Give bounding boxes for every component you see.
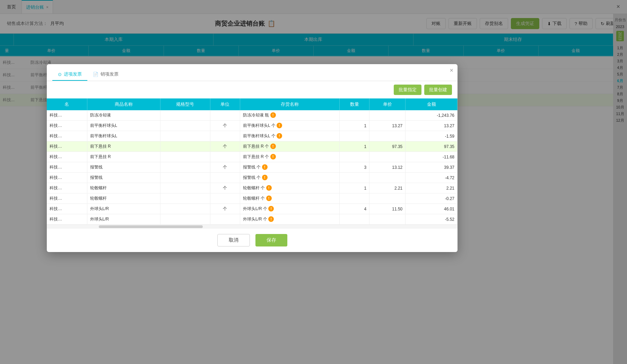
table-row[interactable]: 科技… 报警线 个 报警线 个 ! 3 13.12 39.37: [47, 162, 458, 173]
cell-spec: [160, 214, 210, 225]
cell-product: 前下悬挂 R: [87, 152, 160, 162]
dialog-close-button[interactable]: ×: [450, 67, 453, 74]
cell-unit: 个: [210, 162, 240, 173]
cell-inventory: 报警线 个 !: [240, 162, 339, 173]
table-row[interactable]: 科技… 外球头L/R 个 外球头L/R 个 ! 4 11.50 46.01: [47, 204, 458, 214]
warning-icon: !: [277, 123, 282, 128]
cell-inventory: 报警线 个 !: [240, 173, 339, 183]
cell-quantity: 1: [340, 141, 369, 152]
cell-amount: 39.37: [406, 162, 458, 173]
cell-inventory: 前下悬挂 R 个 !: [240, 152, 339, 162]
cell-spec: [160, 131, 210, 141]
cell-inventory: 外球头L/R 个 !: [240, 214, 339, 225]
cell-spec: [160, 173, 210, 183]
cell-spec: [160, 204, 210, 214]
col-header-unit: 单位: [210, 98, 240, 110]
cell-inventory: 轮毂螺杆 个 !: [240, 183, 339, 193]
cell-spec: [160, 152, 210, 162]
table-row[interactable]: 科技… 前平衡杆球头L 个 前平衡杆球头L 个 ! 1 13.27 13.27: [47, 121, 458, 131]
table-row[interactable]: 科技… 防冻冷却液 防冻冷却液 瓶 ! -1,243.76: [47, 110, 458, 121]
table-row[interactable]: 科技… 外球头L/R 外球头L/R 个 ! -5.52: [47, 214, 458, 225]
cell-quantity: 4: [340, 204, 369, 214]
cell-unit: [210, 152, 240, 162]
cell-quantity: [340, 214, 369, 225]
cell-company: 科技…: [47, 121, 87, 131]
table-row[interactable]: 科技… 前下悬挂 R 个 前下悬挂 R 个 ! 1 97.35 97.35: [47, 141, 458, 152]
col-header-company: 名: [47, 98, 87, 110]
cell-unitprice: 13.27: [369, 121, 406, 131]
batch-assign-button[interactable]: 批量指定: [394, 85, 421, 95]
table-row[interactable]: 科技… 前平衡杆球头L 前平衡杆球头L 个 ! -1.59: [47, 131, 458, 141]
cell-company: 科技…: [47, 162, 87, 173]
cell-unitprice: 97.35: [369, 141, 406, 152]
warning-icon: !: [270, 144, 276, 149]
warning-icon: !: [268, 216, 274, 222]
cell-amount: -1.59: [406, 131, 458, 141]
cell-inventory: 轮毂螺杆 个 !: [240, 193, 339, 204]
horizontal-scrollbar[interactable]: [47, 225, 458, 228]
cell-company: 科技…: [47, 214, 87, 225]
cell-quantity: [340, 193, 369, 204]
col-header-inventory: 存货名称: [240, 98, 339, 110]
cell-amount: -11.68: [406, 152, 458, 162]
cell-amount: -1,243.76: [406, 110, 458, 121]
cell-amount: -5.52: [406, 214, 458, 225]
cell-quantity: [340, 110, 369, 121]
table-row[interactable]: 科技… 报警线 报警线 个 ! -4.72: [47, 173, 458, 183]
tab-sales-invoice[interactable]: 📄 销项发票: [87, 68, 124, 81]
cell-company: 科技…: [47, 141, 87, 152]
cell-quantity: 3: [340, 162, 369, 173]
cell-unitprice: 11.50: [369, 204, 406, 214]
cell-quantity: 1: [340, 121, 369, 131]
cell-inventory: 前平衡杆球头L 个 !: [240, 121, 339, 131]
cell-unitprice: [369, 131, 406, 141]
cell-product: 前下悬挂 R: [87, 141, 160, 152]
cell-company: 科技…: [47, 183, 87, 193]
cell-spec: [160, 183, 210, 193]
warning-icon: !: [277, 133, 282, 139]
col-header-amount: 金额: [406, 98, 458, 110]
cell-company: 科技…: [47, 204, 87, 214]
warning-icon: !: [262, 175, 268, 180]
dialog-toolbar: 批量指定 批量创建: [47, 81, 458, 98]
cell-quantity: 1: [340, 183, 369, 193]
sales-invoice-icon: 📄: [93, 72, 98, 77]
batch-create-button[interactable]: 批量创建: [424, 85, 452, 95]
save-button[interactable]: 保存: [255, 234, 287, 246]
cell-product: 前平衡杆球头L: [87, 121, 160, 131]
cancel-button[interactable]: 取消: [217, 234, 250, 246]
cell-amount: 13.27: [406, 121, 458, 131]
cell-unitprice: [369, 152, 406, 162]
dialog-footer: 取消 保存: [47, 228, 458, 252]
cell-amount: 46.01: [406, 204, 458, 214]
sales-invoice-label: 销项发票: [101, 71, 119, 77]
cell-unit: 个: [210, 204, 240, 214]
warning-icon: !: [270, 112, 276, 118]
inbound-invoice-icon: ⊙: [58, 72, 62, 77]
cell-quantity: [340, 173, 369, 183]
scrollbar-thumb[interactable]: [99, 225, 203, 228]
warning-icon: !: [268, 206, 274, 211]
cell-spec: [160, 110, 210, 121]
cell-product: 防冻冷却液: [87, 110, 160, 121]
cell-unitprice: [369, 110, 406, 121]
cell-company: 科技…: [47, 110, 87, 121]
cell-unit: [210, 214, 240, 225]
cell-unit: [210, 131, 240, 141]
table-row[interactable]: 科技… 轮毂螺杆 个 轮毂螺杆 个 ! 1 2.21 2.21: [47, 183, 458, 193]
table-row[interactable]: 科技… 前下悬挂 R 前下悬挂 R 个 ! -11.68: [47, 152, 458, 162]
cell-inventory: 前平衡杆球头L 个 !: [240, 131, 339, 141]
cell-amount: -0.27: [406, 193, 458, 204]
col-header-quantity: 数量: [340, 98, 369, 110]
cell-unit: [210, 193, 240, 204]
cell-spec: [160, 141, 210, 152]
cell-spec: [160, 193, 210, 204]
cell-company: 科技…: [47, 193, 87, 204]
tab-inbound-invoice[interactable]: ⊙ 进项发票: [52, 68, 87, 81]
cell-product: 外球头L/R: [87, 204, 160, 214]
cell-unitprice: [369, 214, 406, 225]
inbound-invoice-label: 进项发票: [64, 71, 82, 77]
cell-unitprice: [369, 173, 406, 183]
table-row[interactable]: 科技… 轮毂螺杆 轮毂螺杆 个 ! -0.27: [47, 193, 458, 204]
cell-company: 科技…: [47, 152, 87, 162]
